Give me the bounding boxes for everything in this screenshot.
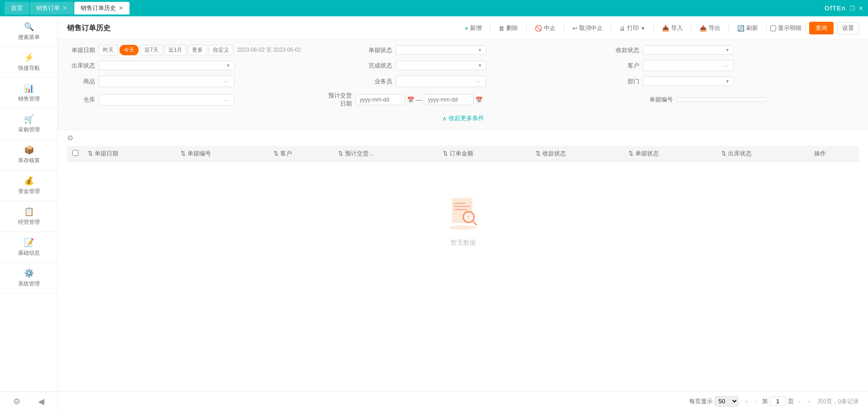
operations-icon: 📋 — [24, 207, 34, 217]
sidebar-item-base-info[interactable]: 📝 基础信息 — [0, 232, 58, 263]
last-page-button[interactable]: » — [805, 397, 813, 406]
delete-button[interactable]: 🗑 删除 — [494, 22, 523, 34]
product-more-icon[interactable]: ··· — [222, 78, 230, 85]
print-arrow-icon: ▼ — [641, 26, 645, 31]
pagination: 每页显示 10 20 50 100 « ‹ 第 页 › » 共0页，0条记录 — [58, 391, 868, 411]
tab-sales-order-history[interactable]: 销售订单历史 ✕ — [74, 2, 129, 15]
table-area: ⚙ ⇅ 单据日期 ⇅ 单据编号 ⇅ — [58, 130, 868, 391]
bill-number-input[interactable] — [676, 97, 767, 102]
tab-sales-order-label: 销售订单 — [36, 4, 60, 12]
export-button[interactable]: 📤 导出 — [695, 22, 725, 34]
salesperson-input[interactable]: ··· — [396, 76, 486, 87]
close-btn[interactable]: ✕ — [858, 5, 863, 12]
warehouse-more-icon[interactable]: ··· — [222, 97, 230, 103]
delivery-end-cal-icon[interactable]: 📅 — [475, 97, 483, 103]
collapse-label: 收起更多条件 — [449, 114, 484, 122]
sidebar-item-purchase-mgmt[interactable]: 🛒 采购管理 — [0, 109, 58, 140]
th-operations: 操作 — [810, 146, 859, 162]
warehouse-status-filter: 出库状态 ▼ — [67, 61, 364, 70]
delivery-start-cal-icon[interactable]: 📅 — [407, 97, 414, 103]
sidebar-item-sales-mgmt[interactable]: 📊 销售管理 — [0, 78, 58, 109]
table-head: ⇅ 单据日期 ⇅ 单据编号 ⇅ 客户 ⇅ 预计交货... ⇅ 订单金额 — [67, 146, 859, 162]
sidebar-collapse-icon[interactable]: ◀ — [38, 396, 44, 406]
th-bill-status: ⇅ 单据状态 — [624, 146, 717, 162]
department-arrow-icon: ▼ — [725, 79, 730, 84]
department-select[interactable]: ▼ — [643, 77, 734, 86]
customer-more-icon[interactable]: ··· — [721, 62, 730, 69]
th-customer-label: ⇅ 客户 — [273, 150, 292, 157]
sidebar-settings-icon[interactable]: ⚙ — [13, 396, 20, 406]
salesperson-more-icon[interactable]: ··· — [474, 78, 482, 85]
tab-home[interactable]: 首页 — [5, 2, 29, 15]
divider-2 — [526, 24, 527, 32]
complete-status-select[interactable]: ▼ — [396, 61, 486, 70]
tab-home-label: 首页 — [11, 4, 23, 12]
date-btn-more[interactable]: 更多 — [188, 45, 207, 55]
top-bar-right: OfTEn ❐ ✕ — [825, 5, 863, 12]
page-input[interactable] — [770, 396, 786, 406]
tab-sales-order[interactable]: 销售订单 ✕ — [30, 2, 73, 15]
warehouse-input[interactable]: ··· — [99, 94, 235, 106]
cancel-stop-button[interactable]: ↩ 取消中止 — [568, 22, 607, 34]
collection-status-arrow-icon: ▼ — [725, 48, 730, 53]
th-bill-date-label: ⇅ 单据日期 — [88, 150, 118, 157]
sidebar-item-sys-mgmt-label: 系统管理 — [18, 280, 40, 288]
refresh-button[interactable]: 🔄 刷新 — [733, 22, 762, 34]
select-all-checkbox[interactable] — [72, 150, 78, 156]
stop-button[interactable]: 🚫 中止 — [530, 22, 560, 34]
base-info-icon: 📝 — [24, 237, 34, 247]
product-input[interactable]: ··· — [99, 76, 235, 87]
th-order-amount-label: ⇅ 订单金额 — [443, 150, 473, 157]
import-label: 导入 — [671, 24, 683, 32]
import-button[interactable]: 📥 导入 — [657, 22, 687, 34]
sidebar-item-finance[interactable]: 💰 资金管理 — [0, 170, 58, 201]
print-label: 打印 — [627, 24, 639, 32]
bill-status-select[interactable]: ▼ — [396, 45, 486, 55]
search-menu-icon: 🔍 — [24, 22, 34, 32]
print-button[interactable]: 🖨 打印 ▼ — [615, 22, 650, 34]
sidebar-item-sys-mgmt[interactable]: ⚙️ 系统管理 — [0, 263, 58, 294]
table-settings-icon[interactable]: ⚙ — [67, 134, 73, 142]
collection-status-select[interactable]: ▼ — [643, 45, 734, 55]
customer-label: 客户 — [611, 62, 643, 70]
restore-btn[interactable]: ❐ — [849, 5, 855, 12]
sidebar-item-operations[interactable]: 📋 经营管理 — [0, 201, 58, 232]
top-bar: 首页 销售订单 ✕ 销售订单历史 ✕ OfTEn ❐ ✕ — [0, 0, 868, 16]
first-page-button[interactable]: « — [742, 397, 751, 406]
tab-sales-order-history-label: 销售订单历史 — [81, 4, 116, 12]
warehouse-status-select[interactable]: ▼ — [99, 61, 235, 70]
next-page-button[interactable]: › — [796, 397, 803, 406]
tab-sales-order-close[interactable]: ✕ — [62, 5, 67, 11]
prev-page-button[interactable]: ‹ — [753, 397, 760, 406]
per-page-label: 每页显示 — [689, 397, 713, 406]
sidebar-item-base-info-label: 基础信息 — [18, 249, 40, 257]
svg-rect-3 — [454, 206, 470, 207]
delivery-end-input[interactable] — [424, 94, 474, 105]
customer-input[interactable]: ··· — [643, 60, 734, 71]
settings-button[interactable]: 设置 — [837, 22, 859, 34]
sidebar-bottom: ⚙ ◀ — [0, 392, 58, 411]
show-details-checkbox[interactable]: 显示明细 — [770, 24, 801, 32]
date-btn-7days[interactable]: 近7天 — [140, 45, 163, 55]
show-details-input[interactable] — [770, 25, 776, 31]
date-btn-custom[interactable]: 自定义 — [209, 45, 233, 55]
sidebar-item-quick-nav[interactable]: ⚡ 快捷导航 — [0, 47, 58, 78]
query-button[interactable]: 查询 — [809, 22, 834, 34]
delivery-start-input[interactable] — [355, 94, 405, 105]
th-warehouse-status-label: ⇅ 出库状态 — [721, 150, 752, 157]
th-checkbox — [67, 146, 83, 162]
sidebar-item-search-menu[interactable]: 🔍 搜索菜单 — [0, 16, 58, 47]
settings-label: 设置 — [842, 24, 854, 32]
tab-sales-order-history-close[interactable]: ✕ — [119, 5, 123, 11]
date-btn-1month[interactable]: 近1月 — [164, 45, 187, 55]
date-display: 2023-06-02 至 2023-06-02 — [237, 46, 301, 54]
svg-line-7 — [473, 221, 476, 225]
sidebar-item-inventory[interactable]: 📦 库存核算 — [0, 140, 58, 170]
per-page-select[interactable]: 10 20 50 100 — [715, 396, 739, 406]
divider-3 — [564, 24, 564, 32]
collapse-button[interactable]: ∧ 收起更多条件 — [442, 114, 484, 122]
date-btn-today[interactable]: 今天 — [120, 45, 139, 55]
th-operations-label: 操作 — [814, 150, 826, 157]
date-btn-yesterday[interactable]: 昨天 — [99, 45, 118, 55]
new-button[interactable]: + 新增 — [460, 22, 487, 34]
